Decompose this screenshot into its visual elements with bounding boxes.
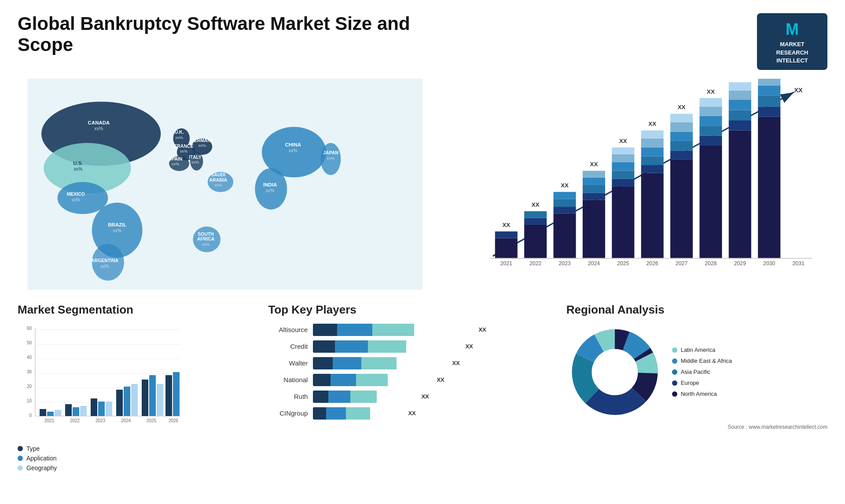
svg-text:ITALY: ITALY bbox=[189, 155, 201, 160]
legend-eu-label: Europe bbox=[681, 380, 699, 386]
svg-rect-105 bbox=[729, 121, 751, 130]
legend-geo-label: Geography bbox=[26, 464, 57, 471]
svg-rect-66 bbox=[583, 193, 605, 200]
svg-rect-138 bbox=[47, 412, 54, 416]
player-row-credit: Credit XX bbox=[268, 340, 553, 353]
svg-rect-88 bbox=[670, 160, 693, 259]
player-bar-altisource: XX bbox=[313, 324, 553, 336]
legend-asia-pacific: Asia Pacific bbox=[672, 369, 732, 375]
svg-text:xx%: xx% bbox=[202, 242, 210, 247]
svg-rect-154 bbox=[149, 375, 156, 416]
svg-rect-149 bbox=[116, 390, 123, 416]
svg-text:ARGENTINA: ARGENTINA bbox=[91, 258, 118, 263]
svg-text:10: 10 bbox=[27, 398, 32, 403]
regional-analysis-section: Regional Analysis Latin America bbox=[566, 303, 827, 471]
svg-rect-68 bbox=[583, 178, 605, 185]
legend-type: Type bbox=[18, 445, 255, 452]
svg-rect-99 bbox=[699, 116, 722, 126]
svg-text:ARABIA: ARABIA bbox=[209, 178, 228, 183]
svg-text:2024: 2024 bbox=[588, 260, 600, 267]
segmentation-legend: Type Application Geography bbox=[18, 445, 255, 471]
svg-text:xx%: xx% bbox=[214, 183, 222, 187]
player-xx-ruth: XX bbox=[421, 393, 429, 400]
legend-middle-east: Middle East & Africa bbox=[672, 358, 732, 364]
svg-rect-100 bbox=[699, 106, 722, 116]
legend-type-label: Type bbox=[26, 445, 40, 452]
svg-text:XX: XX bbox=[678, 104, 686, 110]
svg-text:0: 0 bbox=[29, 413, 32, 418]
svg-rect-97 bbox=[699, 136, 722, 145]
player-bar-walter: XX bbox=[313, 357, 553, 369]
svg-rect-114 bbox=[758, 96, 780, 107]
svg-rect-74 bbox=[612, 171, 634, 179]
svg-text:2024: 2024 bbox=[121, 418, 131, 423]
player-row-ruth: Ruth XX bbox=[268, 391, 553, 403]
svg-text:xx%: xx% bbox=[180, 149, 188, 153]
market-segmentation-section: Market Segmentation 60 50 40 30 20 10 0 bbox=[18, 303, 255, 471]
svg-rect-82 bbox=[641, 157, 664, 165]
svg-text:2022: 2022 bbox=[529, 260, 541, 267]
svg-text:40: 40 bbox=[27, 355, 32, 360]
svg-text:xx%: xx% bbox=[113, 228, 121, 233]
legend-geography: Geography bbox=[18, 464, 255, 471]
world-map: CANADA xx% U.S. xx% MEXICO xx% BRAZIL xx… bbox=[18, 79, 433, 290]
svg-rect-157 bbox=[165, 375, 172, 416]
svg-rect-72 bbox=[612, 186, 634, 258]
segmentation-chart: 60 50 40 30 20 10 0 2021 2022 bbox=[18, 324, 185, 438]
svg-text:2021: 2021 bbox=[44, 418, 55, 423]
svg-rect-101 bbox=[699, 98, 722, 106]
donut-container: Latin America Middle East & Africa Asia … bbox=[566, 324, 827, 420]
legend-mea-label: Middle East & Africa bbox=[681, 358, 732, 364]
svg-text:GERMANY: GERMANY bbox=[191, 138, 214, 143]
svg-text:xx%: xx% bbox=[266, 188, 275, 193]
svg-text:XX: XX bbox=[502, 222, 510, 228]
svg-rect-89 bbox=[670, 150, 693, 159]
svg-text:50: 50 bbox=[27, 340, 32, 345]
svg-text:60: 60 bbox=[27, 326, 32, 331]
svg-text:xx%: xx% bbox=[289, 148, 298, 153]
svg-rect-146 bbox=[98, 402, 105, 416]
svg-rect-90 bbox=[670, 141, 693, 150]
legend-north-america: North America bbox=[672, 391, 732, 397]
svg-rect-112 bbox=[758, 117, 780, 259]
svg-rect-51 bbox=[495, 231, 518, 238]
svg-rect-91 bbox=[670, 131, 693, 141]
svg-text:CHINA: CHINA bbox=[285, 142, 301, 147]
svg-rect-106 bbox=[729, 110, 751, 120]
player-xx-altisource: XX bbox=[478, 326, 486, 333]
svg-text:XX: XX bbox=[561, 182, 569, 189]
svg-point-165 bbox=[592, 349, 638, 395]
player-xx-credit: XX bbox=[465, 343, 473, 350]
svg-text:2026: 2026 bbox=[169, 418, 179, 423]
svg-text:XX: XX bbox=[707, 88, 715, 95]
svg-rect-69 bbox=[583, 171, 605, 177]
svg-text:XX: XX bbox=[648, 121, 656, 127]
legend-geo-dot bbox=[18, 465, 23, 471]
svg-rect-80 bbox=[641, 173, 664, 258]
legend-eu-dot bbox=[672, 380, 677, 386]
svg-rect-77 bbox=[612, 147, 634, 154]
player-bar-national: XX bbox=[313, 374, 553, 386]
svg-text:SPAIN: SPAIN bbox=[169, 157, 182, 161]
svg-text:2028: 2028 bbox=[705, 260, 716, 267]
legend-ap-dot bbox=[672, 369, 677, 375]
key-players-section: Top Key Players Altisource XX Credit bbox=[268, 303, 553, 471]
legend-mea-dot bbox=[672, 358, 677, 364]
svg-rect-98 bbox=[699, 126, 722, 135]
svg-rect-107 bbox=[729, 100, 751, 110]
svg-text:xx%: xx% bbox=[100, 264, 109, 269]
svg-text:2031: 2031 bbox=[792, 260, 804, 267]
player-bar-credit: XX bbox=[313, 340, 553, 353]
svg-rect-108 bbox=[729, 91, 751, 100]
svg-text:xx%: xx% bbox=[172, 161, 180, 166]
legend-ap-label: Asia Pacific bbox=[681, 369, 710, 375]
player-row-walter: Walter XX bbox=[268, 357, 553, 369]
svg-rect-65 bbox=[583, 200, 605, 259]
svg-point-3 bbox=[58, 182, 108, 214]
svg-rect-147 bbox=[106, 402, 112, 416]
svg-text:2025: 2025 bbox=[147, 418, 157, 423]
logo-line3: INTELLECT bbox=[776, 57, 808, 64]
legend-na-dot bbox=[672, 391, 677, 397]
svg-text:BRAZIL: BRAZIL bbox=[108, 222, 126, 227]
legend-type-dot bbox=[18, 446, 23, 451]
